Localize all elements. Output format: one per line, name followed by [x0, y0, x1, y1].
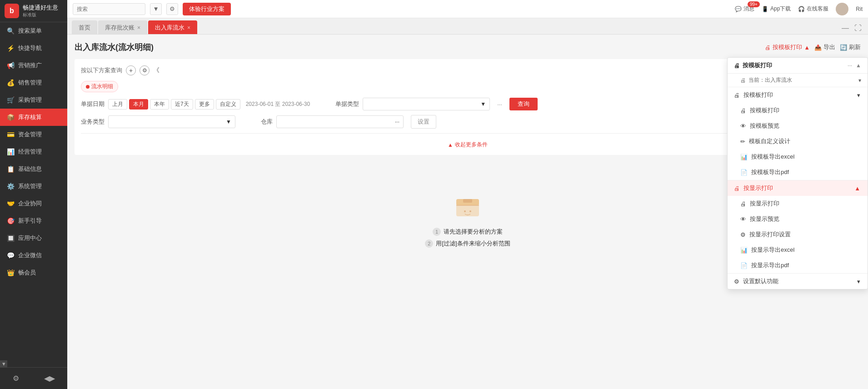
tab-batch[interactable]: 库存批次账×: [98, 20, 147, 34]
page-header: 出入库流水(流水明细) 🖨 按模板打印 ▲ 📤 导出 🔄 刷新: [75, 42, 861, 53]
filter-date-label: 单据日期: [81, 100, 105, 108]
sidebar-item-basic[interactable]: 📋 基础信息: [0, 160, 67, 178]
tab-flow[interactable]: 出入库流水×: [148, 20, 197, 34]
sidebar-collapse-icon[interactable]: ◀▶: [41, 371, 58, 385]
sidebar-scroll-down[interactable]: ▾: [0, 360, 7, 367]
filter-warehouse-label: 仓库: [261, 118, 273, 126]
sidebar-label-purchase: 采购管理: [18, 96, 42, 104]
dropdown-print-icon: 🖨: [734, 62, 740, 69]
template-export-excel-action[interactable]: 📊 按模板导出excel: [728, 149, 868, 165]
sidebar-item-operations[interactable]: 📊 经营管理: [0, 143, 67, 160]
display-preview-action[interactable]: 👁 按显示预览: [728, 211, 868, 227]
sidebar-item-appcenter[interactable]: 🔲 应用中心: [0, 229, 67, 247]
sidebar-label-inventory: 库存核算: [18, 113, 42, 121]
app-download-icon: 📱: [762, 6, 768, 12]
display-export-pdf-action[interactable]: 📄 按显示导出pdf: [728, 258, 868, 273]
display-section-chevron: ▲: [854, 185, 860, 192]
template-print-section-header[interactable]: 🖨 按模板打印 ▾: [728, 87, 868, 103]
minimize-icon[interactable]: —: [840, 22, 851, 34]
sidebar-item-marketing[interactable]: 📢 营销推广: [0, 57, 67, 74]
sidebar-label-finance: 资金管理: [18, 130, 42, 139]
topbar-search-input[interactable]: [73, 3, 145, 15]
dropdown-current-item: 🖨 当前：出入库流水 ▾: [728, 74, 868, 87]
sidebar-icon-sales: 💰: [6, 79, 15, 87]
topbar-gear-button[interactable]: ⚙: [166, 3, 178, 15]
empty-step-1: 1 请先选择要分析的方案: [433, 228, 503, 236]
tab-home[interactable]: 首页: [72, 20, 97, 34]
step-1-num: 1: [433, 228, 441, 236]
filter-tag[interactable]: 流水明细: [81, 81, 118, 92]
display-print-action[interactable]: 🖨 按显示打印: [728, 196, 868, 211]
sidebar-item-purchase[interactable]: 🛒 采购管理: [0, 91, 67, 109]
export-icon: 📤: [814, 44, 822, 51]
display-print-section-label: 按显示打印: [743, 184, 773, 192]
sidebar-item-member[interactable]: 👑 畅会员: [0, 264, 67, 281]
print-chevron-up: ▲: [804, 44, 810, 51]
tabs-bar: 首页库存批次账×出入库流水× — ⛶: [67, 18, 868, 35]
sidebar-item-quicknav[interactable]: ⚡ 快捷导航: [0, 40, 67, 57]
svg-rect-2: [463, 199, 472, 203]
display-export-excel-action[interactable]: 📊 按显示导出excel: [728, 242, 868, 258]
template-customize-icon: ✏: [740, 138, 745, 145]
sidebar-item-cooperation[interactable]: 🤝 企业协同: [0, 195, 67, 212]
doctype-ellipsis[interactable]: ···: [497, 101, 502, 108]
print-template-button[interactable]: 🖨 按模板打印 ▲: [765, 43, 810, 51]
set-default-item[interactable]: ⚙ 设置默认功能 ▾: [728, 274, 868, 289]
template-print-action[interactable]: 🖨 按模板打印: [728, 103, 868, 118]
topbar-message-button[interactable]: 💬 消息 99+: [735, 5, 754, 13]
expand-icon[interactable]: ⛶: [853, 22, 863, 34]
date-shortcut-5[interactable]: 自定义: [216, 99, 240, 110]
print-dropdown-panel: 🖨 按模板打印 ··· ▲ 🖨 当前：出入库流水 ▾: [727, 57, 868, 289]
date-shortcut-0[interactable]: 上月: [108, 99, 127, 110]
date-shortcut-3[interactable]: 近7天: [171, 99, 193, 110]
template-preview-icon: 👁: [740, 123, 746, 130]
sidebar-icon-quicknav: ⚡: [6, 44, 15, 52]
topbar-online-service-button[interactable]: 🎧 在线客服: [798, 5, 828, 13]
sidebar-item-wechat[interactable]: 💬 企业微信: [0, 247, 67, 264]
user-avatar[interactable]: [836, 3, 848, 15]
topbar-dropdown-button[interactable]: ▼: [150, 3, 162, 15]
dropdown-chevron-up[interactable]: ▲: [856, 62, 861, 69]
display-print-section-header[interactable]: 🖨 按显示打印 ▲: [728, 180, 868, 196]
date-shortcut-2[interactable]: 本年: [150, 99, 169, 110]
refresh-button[interactable]: 🔄 刷新: [840, 43, 861, 51]
sidebar-label-wechat: 企业微信: [18, 251, 42, 259]
template-preview-label: 按模板预览: [750, 122, 779, 130]
display-print-settings-action[interactable]: ⚙ 按显示打印设置: [728, 227, 868, 242]
tab-close-flow[interactable]: ×: [187, 25, 190, 31]
tab-close-batch[interactable]: ×: [137, 25, 140, 31]
display-print-section: 🖨 按显示打印 ▲ 🖨 按显示打印 👁 按显示预览 ⚙ 按显示打印设置: [728, 180, 868, 273]
dropdown-ellipsis[interactable]: ···: [848, 62, 852, 69]
query-button[interactable]: 查询: [509, 98, 538, 110]
template-preview-action[interactable]: 👁 按模板预览: [728, 118, 868, 134]
topbar-right: 💬 消息 99+ 📱 App下载 🎧 在线客服 Rit: [735, 3, 863, 15]
sidebar-item-finance[interactable]: 💳 资金管理: [0, 126, 67, 143]
sidebar-item-sales[interactable]: 💰 销售管理: [0, 74, 67, 91]
date-shortcut-4[interactable]: 更多: [195, 99, 214, 110]
filter-warehouse-select[interactable]: ···: [276, 115, 404, 128]
sidebar-item-inventory[interactable]: 📦 库存核算: [0, 109, 67, 126]
filter-doctype-select[interactable]: ▼: [363, 98, 490, 110]
filter-collapse-button[interactable]: 《: [153, 66, 160, 75]
topbar-industry-button[interactable]: 体验行业方案: [183, 3, 231, 15]
template-export-pdf-action[interactable]: 📄 按模板导出pdf: [728, 165, 868, 180]
template-customize-action[interactable]: ✏ 模板自定义设计: [728, 134, 868, 149]
filter-settings-button[interactable]: ⚙: [140, 65, 150, 75]
service-label: 在线客服: [807, 5, 828, 13]
filter-business-select[interactable]: ▼: [108, 115, 235, 128]
settings-button[interactable]: 设置: [411, 115, 436, 129]
collapse-more-button[interactable]: ▲ 收起更多条件: [448, 138, 488, 149]
username-label[interactable]: Rit: [856, 6, 863, 12]
date-shortcut-1[interactable]: 本月: [129, 99, 148, 110]
sidebar-item-guide[interactable]: 🎯 新手引导: [0, 212, 67, 229]
filter-add-button[interactable]: +: [126, 65, 136, 75]
display-settings-icon: ⚙: [740, 231, 746, 238]
sidebar-settings-icon[interactable]: ⚙: [10, 371, 22, 385]
set-default-chevron: ▾: [857, 278, 860, 285]
dropdown-panel-header-bar: 🖨 按模板打印 ··· ▲: [728, 58, 868, 74]
sidebar-item-search[interactable]: 🔍 搜索菜单: [0, 22, 67, 40]
export-button[interactable]: 📤 导出: [814, 43, 835, 51]
filter-date-field: 单据日期 上月本月本年近7天更多自定义 2023-06-01 至 2023-06…: [81, 99, 310, 110]
topbar-app-download-button[interactable]: 📱 App下载: [762, 5, 791, 13]
sidebar-item-system[interactable]: ⚙️ 系统管理: [0, 178, 67, 195]
